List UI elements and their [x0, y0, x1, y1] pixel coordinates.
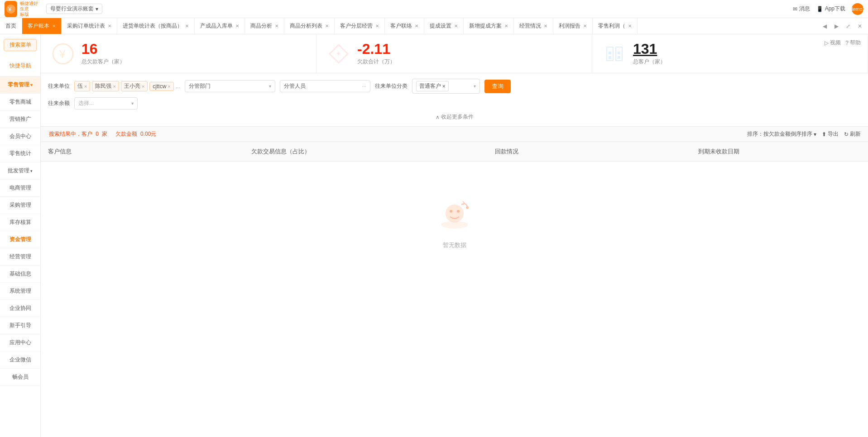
close-tab-product-stock[interactable]: ✕ [235, 24, 239, 28]
sidebar-item-inventory-check[interactable]: 库存核算 [0, 214, 40, 231]
results-bar: 搜索结果中，客户 0 家 欠款金额 0.00元 排序：按欠款金额倒序排序 ▾ ⬆… [41, 127, 868, 142]
logo-icon: ¥ [5, 1, 17, 17]
quick-nav-btn[interactable]: 快捷导航 [4, 59, 37, 72]
balance-select[interactable]: 选择... ▾ [74, 97, 138, 109]
close-tab-product-analysis-list[interactable]: ✕ [325, 24, 329, 28]
stat-values-total: 131 总客户（家） [633, 42, 666, 66]
chevron-down-icon: ▾ [30, 169, 33, 173]
balance-filter-label: 往来余额 [48, 100, 70, 107]
sort-select[interactable]: 排序：按欠款金额倒序排序 ▾ [747, 130, 816, 138]
sidebar-item-ecommerce-mgmt[interactable]: 电商管理 [0, 180, 40, 197]
unit-tag-wang: 王小亮 × [121, 81, 148, 91]
tab-new-promotion-plan[interactable]: 新增提成方案 ✕ [464, 18, 514, 34]
category-select[interactable]: 普通客户 × ▾ [412, 79, 480, 94]
tab-home[interactable]: 首页 [0, 18, 22, 34]
refresh-btn[interactable]: ↻ 刷新 [844, 130, 861, 138]
avatar[interactable]: demo2 [852, 3, 863, 15]
close-tab-customer-layered[interactable]: ✕ [375, 24, 379, 28]
close-tab-customer-account[interactable]: ✕ [52, 24, 56, 28]
nav-prev-btn[interactable]: ◀ [819, 21, 830, 32]
sidebar-item-marketing[interactable]: 营销推广 [0, 111, 40, 128]
remove-tag-wang[interactable]: × [142, 84, 144, 89]
close-tab-purchase-order-stats[interactable]: ✕ [108, 24, 111, 28]
sidebar-item-enterprise-coop[interactable]: 企业协同 [0, 300, 40, 317]
tab-customer-layered[interactable]: 客户分层经营 ✕ [335, 18, 385, 34]
sort-arrow-icon: ▾ [814, 131, 816, 138]
sidebar-item-member[interactable]: 畅会员 [0, 369, 40, 386]
close-tab-customer-contact[interactable]: ✕ [415, 24, 418, 28]
sidebar-item-retail-stats[interactable]: 零售统计 [0, 145, 40, 162]
sidebar-item-new-user-guide[interactable]: 新手引导 [0, 317, 40, 334]
sidebar-item-member-center[interactable]: 会员中心 [0, 128, 40, 145]
close-tab-business-situation[interactable]: ✕ [544, 24, 547, 28]
collapse-btn[interactable]: ∧ 收起更多条件 [436, 113, 474, 121]
tab-product-stock[interactable]: 产成品入库单 ✕ [195, 18, 245, 34]
stats-header: ¥ 16 总欠款客户（家） ✦ [41, 34, 868, 73]
sidebar-item-purchase-mgmt[interactable]: 采购管理 [0, 197, 40, 214]
close-tab-purchase-stats[interactable]: ✕ [185, 24, 189, 28]
close-tab-new-promotion-plan[interactable]: ✕ [504, 24, 508, 28]
phone-icon: 📱 [816, 6, 823, 12]
close-tab-promotion-settings[interactable]: ✕ [454, 24, 458, 28]
empty-icon [436, 198, 473, 234]
main-layout: 搜索菜单 快捷导航 零售管理 ▾ 零售商城 营销推广 会员中心 零售统计 批发管… [0, 34, 868, 437]
more-tags-btn[interactable]: ... [176, 83, 180, 90]
unit-tag-group: 伍 × 陈民强 × 王小亮 × cjttcw × [74, 81, 180, 91]
video-btn[interactable]: ▷ 视频 [825, 39, 841, 47]
message-btn[interactable]: ✉ 消息 [793, 5, 810, 13]
empty-state: 暂无数据 [41, 162, 868, 285]
logo-text: 畅捷通好生意 标版 [20, 1, 41, 17]
filter-row-2: 往来余额 选择... ▾ [48, 97, 861, 109]
sidebar-item-app-center[interactable]: 应用中心 [0, 334, 40, 352]
workspace-selector[interactable]: 母婴行业演示账套 ▾ [46, 4, 102, 14]
close-tab-product-analysis[interactable]: ✕ [275, 24, 278, 28]
remove-tag-cjttcw[interactable]: × [168, 84, 170, 89]
category-tag: 普通客户 × [416, 81, 449, 91]
sidebar-item-retail-mgmt[interactable]: 零售管理 ▾ [0, 76, 40, 94]
sidebar-item-capital-mgmt[interactable]: 资金管理 [0, 231, 40, 248]
svg-point-14 [457, 210, 460, 213]
stat-values-debt: -2.11 欠款合计（万） [357, 42, 395, 66]
svg-rect-9 [609, 56, 611, 59]
tab-promotion-settings[interactable]: 提成设置 ✕ [424, 18, 464, 34]
sidebar-search-btn[interactable]: 搜索菜单 [4, 39, 37, 51]
nav-close-all-btn[interactable]: ✕ [854, 21, 865, 32]
nav-next-btn[interactable]: ▶ [831, 21, 842, 32]
tab-retail-profit[interactable]: 零售利润（ ✕ [593, 18, 638, 34]
col-header-repayment: 回款情况 [495, 147, 698, 156]
query-btn[interactable]: 查询 [484, 80, 511, 93]
tab-customer-account[interactable]: 客户账本 ✕ [22, 18, 62, 34]
quick-nav: 快捷导航 [0, 56, 40, 76]
dept-select[interactable]: 分管部门 ▾ [185, 80, 275, 92]
sidebar-item-basic-info[interactable]: 基础信息 [0, 266, 40, 283]
sidebar-item-business-mgmt[interactable]: 经营管理 [0, 248, 40, 266]
tab-customer-contact[interactable]: 客户联络 ✕ [385, 18, 424, 34]
logo-area: ¥ 畅捷通好生意 标版 [5, 1, 41, 17]
tab-business-situation[interactable]: 经营情况 ✕ [514, 18, 553, 34]
sidebar-item-retail-mall[interactable]: 零售商城 [0, 94, 40, 111]
close-tab-retail-profit[interactable]: ✕ [628, 24, 632, 28]
unit-tag-wu: 伍 × [74, 81, 90, 91]
tab-product-analysis[interactable]: 商品分析 ✕ [245, 18, 284, 34]
person-select[interactable]: 分管人员 ··· [280, 80, 370, 92]
sidebar-item-wholesale-mgmt[interactable]: 批发管理 ▾ [0, 162, 40, 180]
col-header-debt: 欠款交易信息（占比） [251, 147, 495, 156]
tab-purchase-stats[interactable]: 进货单统计表（按商品） ✕ [117, 18, 195, 34]
col-header-customer: 客户信息 [48, 147, 251, 156]
remove-tag-wu[interactable]: × [84, 84, 87, 89]
remove-tag-chen[interactable]: × [113, 84, 115, 89]
dept-select-arrow: ▾ [269, 84, 271, 89]
nav-expand-btn[interactable]: ⤢ [843, 21, 854, 32]
help-btn[interactable]: ? 帮助 [845, 39, 861, 47]
export-btn[interactable]: ⬆ 导出 [822, 130, 839, 138]
tab-product-analysis-list[interactable]: 商品分析列表 ✕ [284, 18, 335, 34]
nav-controls: ◀ ▶ ⤢ ✕ [819, 21, 868, 32]
close-tab-profit-report[interactable]: ✕ [583, 24, 587, 28]
tab-purchase-order-stats[interactable]: 采购订单统计表 ✕ [62, 18, 117, 34]
sidebar-item-enterprise-wechat[interactable]: 企业微信 [0, 352, 40, 369]
sidebar-item-system-mgmt[interactable]: 系统管理 [0, 283, 40, 300]
app-download-btn[interactable]: 📱 App下载 [816, 5, 845, 13]
remove-category-tag[interactable]: × [442, 83, 446, 90]
tab-profit-report[interactable]: 利润报告 ✕ [553, 18, 593, 34]
svg-point-12 [446, 204, 464, 223]
